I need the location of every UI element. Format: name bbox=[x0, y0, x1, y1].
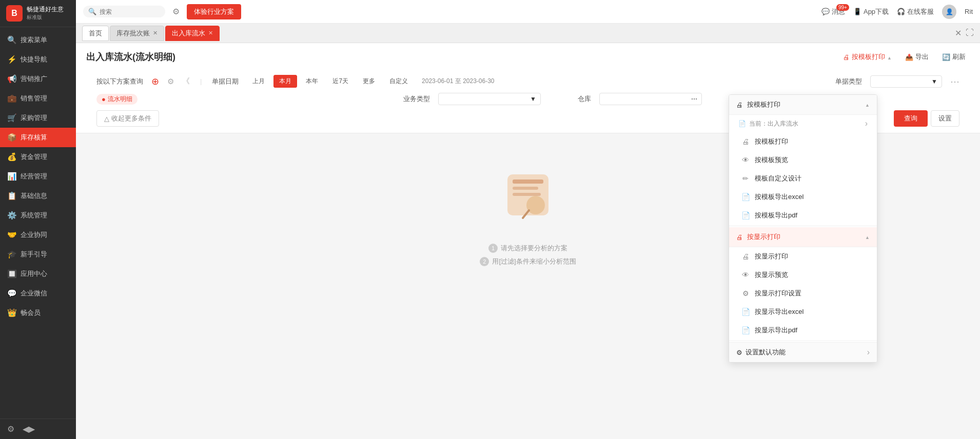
footer-label-wrap: ⚙ 设置默认功能 bbox=[736, 348, 786, 357]
collapse-plan-icon[interactable]: 《 bbox=[182, 76, 190, 86]
gear-icon[interactable]: ⚙ bbox=[172, 7, 180, 16]
dropdown-item-template-print[interactable]: 🖨 按模板打印 bbox=[729, 132, 877, 151]
sidebar-item-purchase[interactable]: 🛒 采购管理 bbox=[0, 108, 76, 128]
dropdown-item-template-pdf[interactable]: 📄 按模板导出pdf bbox=[729, 206, 877, 225]
service-label: 在线客服 bbox=[907, 7, 934, 16]
export-label: 导出 bbox=[915, 52, 929, 62]
filter-row-top: 按以下方案查询 ⊕ ⚙ 《 | 单据日期 上月 本月 本年 近7天 更多 自定义… bbox=[96, 75, 959, 88]
dropdown-display-section-header[interactable]: 🖨 按显示打印 bbox=[729, 227, 877, 247]
add-plan-icon[interactable]: ⊕ bbox=[151, 76, 159, 87]
date-tag-custom[interactable]: 自定义 bbox=[384, 75, 414, 88]
service-button[interactable]: 🎧 在线客服 bbox=[897, 7, 934, 16]
tab-flow-close-icon[interactable]: ✕ bbox=[208, 30, 213, 36]
biz-type-select[interactable]: ▼ bbox=[438, 93, 541, 105]
template-print-label: 按模板打印 bbox=[852, 52, 885, 62]
footer-chevron-icon[interactable] bbox=[867, 348, 870, 357]
dropdown-item-display-pdf[interactable]: 📄 按显示导出pdf bbox=[729, 321, 877, 340]
settings-button[interactable]: 设置 bbox=[931, 110, 959, 127]
sidebar-item-label: 基础信息 bbox=[21, 191, 47, 201]
sidebar-item-member[interactable]: 👑 畅会员 bbox=[0, 303, 76, 323]
type-select[interactable]: ▼ bbox=[870, 75, 942, 88]
sidebar-item-inventory[interactable]: 📦 库存核算 bbox=[0, 128, 76, 147]
avatar[interactable]: 👤 bbox=[942, 5, 956, 19]
search-input[interactable] bbox=[100, 8, 151, 15]
refresh-button[interactable]: 🔄 刷新 bbox=[938, 50, 970, 64]
sidebar-item-apps[interactable]: 🔲 应用中心 bbox=[0, 264, 76, 284]
dropdown-item-display-print[interactable]: 🖨 按显示打印 bbox=[729, 247, 877, 266]
dropdown-caret-icon bbox=[865, 102, 870, 108]
sidebar-item-guide[interactable]: 🎓 新手引导 bbox=[0, 245, 76, 264]
template-print-button[interactable]: 🖨 按模板打印 bbox=[839, 50, 896, 64]
sidebar-item-sales[interactable]: 💼 销售管理 bbox=[0, 89, 76, 108]
dropdown-header-right bbox=[865, 102, 870, 108]
date-tags: 上月 本月 本年 近7天 更多 自定义 bbox=[247, 75, 414, 88]
collapse-icon[interactable]: ◀▶ bbox=[23, 424, 35, 434]
inventory-nav-icon: 📦 bbox=[7, 133, 16, 142]
sidebar-item-label: 营销推广 bbox=[21, 74, 47, 84]
sidebar-item-label: 搜索菜单 bbox=[21, 35, 47, 45]
template-print-caret-icon bbox=[887, 53, 892, 61]
display-printer-icon: 🖨 bbox=[736, 233, 743, 241]
export-button[interactable]: 📤 导出 bbox=[901, 50, 933, 64]
dropdown-item-display-settings[interactable]: ⚙ 按显示打印设置 bbox=[729, 284, 877, 303]
app-download-button[interactable]: 📱 App下载 bbox=[853, 7, 889, 16]
sidebar-item-operation[interactable]: 📊 经营管理 bbox=[0, 167, 76, 186]
date-tag-7days[interactable]: 近7天 bbox=[327, 75, 354, 88]
warehouse-select[interactable]: ⋯ bbox=[599, 93, 702, 105]
tab-home[interactable]: 首页 bbox=[82, 26, 109, 41]
query-button[interactable]: 查询 bbox=[894, 110, 928, 127]
phone-icon: 📱 bbox=[853, 8, 861, 15]
chevron-up-icon: △ bbox=[104, 115, 109, 123]
finance-nav-icon: 💰 bbox=[7, 152, 16, 162]
sidebar-item-label: 企业协同 bbox=[21, 230, 47, 240]
sidebar-item-search[interactable]: 🔍 搜索菜单 bbox=[0, 30, 76, 50]
biz-type-chevron: ▼ bbox=[530, 95, 536, 103]
page-actions: 🖨 按模板打印 📤 导出 🔄 刷新 bbox=[839, 50, 970, 64]
topbar-search-wrap[interactable]: 🔍 bbox=[83, 6, 165, 17]
dropdown-item-template-preview[interactable]: 👁 按模板预览 bbox=[729, 151, 877, 169]
sidebar-item-finance[interactable]: 💰 资金管理 bbox=[0, 147, 76, 167]
date-tag-this-month[interactable]: 本月 bbox=[273, 75, 297, 88]
flow-detail-tag[interactable]: ● 流水明细 bbox=[96, 94, 138, 105]
footer-label: 设置默认功能 bbox=[746, 348, 786, 357]
tab-maximize-icon[interactable]: ⛶ bbox=[966, 28, 974, 38]
current-expand-icon[interactable] bbox=[865, 119, 868, 128]
printer-icon: 🖨 bbox=[843, 53, 850, 61]
system-nav-icon: ⚙️ bbox=[7, 211, 16, 220]
sidebar-item-shortcut[interactable]: ⚡ 快捷导航 bbox=[0, 50, 76, 69]
tabs-bar-right: ✕ ⛶ bbox=[955, 28, 974, 38]
settings-icon[interactable]: ⚙ bbox=[7, 424, 14, 434]
refresh-label: 刷新 bbox=[952, 52, 966, 62]
dropdown-item-display-excel[interactable]: 📄 按显示导出excel bbox=[729, 303, 877, 321]
date-tag-this-year[interactable]: 本年 bbox=[300, 75, 324, 88]
sidebar-item-marketing[interactable]: 📢 营销推广 bbox=[0, 69, 76, 89]
sidebar-item-wechat[interactable]: 💬 企业微信 bbox=[0, 284, 76, 303]
tab-close-all-icon[interactable]: ✕ bbox=[955, 28, 962, 38]
sidebar-item-system[interactable]: ⚙️ 系统管理 bbox=[0, 206, 76, 225]
dropdown-header[interactable]: 🖨 按模板打印 bbox=[729, 95, 877, 115]
sidebar-item-base[interactable]: 📋 基础信息 bbox=[0, 186, 76, 206]
hint-num-2: 2 bbox=[480, 257, 489, 266]
dropdown-item-display-preview[interactable]: 👁 按显示预览 bbox=[729, 266, 877, 284]
sidebar: B 畅捷通好生意 标准版 🔍 搜索菜单 ⚡ 快捷导航 📢 营销推广 💼 销售管理… bbox=[0, 0, 76, 439]
item-label: 按模板导出excel bbox=[755, 192, 803, 202]
dropdown-item-template-excel[interactable]: 📄 按模板导出excel bbox=[729, 188, 877, 206]
dropdown-item-template-custom[interactable]: ✏ 模板自定义设计 bbox=[729, 169, 877, 188]
dropdown-display-header-right bbox=[865, 234, 870, 240]
sidebar-item-coop[interactable]: 🤝 企业协同 bbox=[0, 225, 76, 245]
type-more-icon[interactable]: ⋯ bbox=[950, 76, 959, 87]
tab-batch-close-icon[interactable]: ✕ bbox=[153, 30, 158, 36]
settings-plan-icon[interactable]: ⚙ bbox=[167, 77, 174, 86]
item-label: 按模板预览 bbox=[755, 155, 788, 165]
collapse-button[interactable]: △ 收起更多条件 bbox=[96, 110, 159, 127]
tabs-bar: 首页 库存批次账 ✕ 出入库流水 ✕ ✕ ⛶ bbox=[76, 24, 980, 43]
solution-button[interactable]: 体验行业方案 bbox=[187, 4, 241, 19]
tab-batch[interactable]: 库存批次账 ✕ bbox=[110, 26, 164, 41]
date-tag-more[interactable]: 更多 bbox=[357, 75, 381, 88]
item-label: 按显示打印设置 bbox=[755, 289, 801, 298]
date-tag-last-month[interactable]: 上月 bbox=[247, 75, 270, 88]
message-button[interactable]: 💬 消息 99+ bbox=[821, 7, 845, 16]
tab-flow[interactable]: 出入库流水 ✕ bbox=[165, 26, 220, 41]
dropdown-footer[interactable]: ⚙ 设置默认功能 bbox=[729, 342, 877, 362]
page-title-row: 出入库流水(流水明细) 🖨 按模板打印 📤 导出 🔄 刷新 bbox=[86, 50, 970, 64]
